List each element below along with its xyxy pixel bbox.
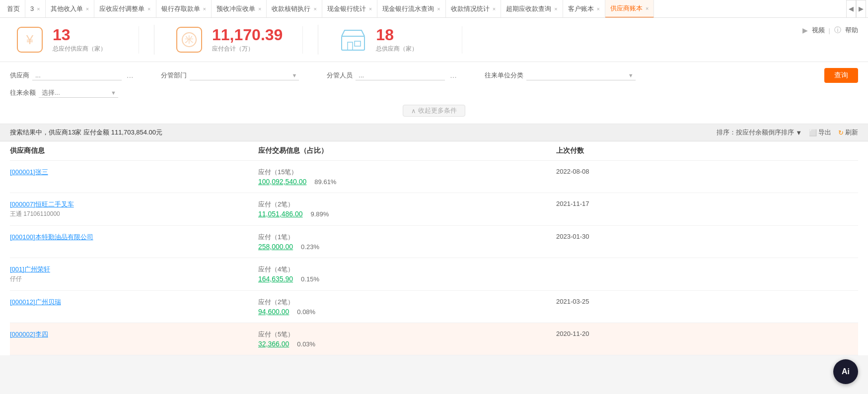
- last-pay-cell: 2021-11-17: [556, 200, 858, 207]
- tx-pct: 0.15%: [301, 275, 319, 283]
- svg-text:¥: ¥: [26, 32, 34, 47]
- nav-tab-3[interactable]: 3 ×: [25, 0, 46, 18]
- supplier-sub: 仔仔: [10, 275, 258, 283]
- tx-pct: 0.03%: [297, 340, 315, 348]
- nav-tab-home[interactable]: 首页: [2, 0, 25, 18]
- table-row: [000007]恒旺二手叉车 王通 17106110000 应付（2笔） 11,…: [10, 193, 858, 226]
- svg-text:米: 米: [185, 35, 194, 45]
- close-icon[interactable]: ×: [37, 6, 40, 12]
- tx-amount[interactable]: 11,051,486.00: [258, 210, 303, 218]
- table-row: [000001]张三 应付（15笔） 100,092,540.00 89.61%…: [10, 161, 858, 193]
- filter-category: 往来单位分类 ▼: [485, 70, 636, 80]
- ap-total-amount: 11,170.39: [212, 27, 283, 43]
- collapse-row: ∧ 收起更多条件: [10, 103, 858, 120]
- close-icon[interactable]: ×: [554, 6, 557, 12]
- supplier-link[interactable]: [000001]张三: [10, 168, 48, 176]
- tx-amount[interactable]: 258,000.00: [258, 243, 293, 251]
- top-right-links: ▶ 视频 | ⓘ 帮助: [802, 26, 858, 35]
- category-select-wrapper: ▼: [526, 70, 636, 80]
- nav-tab-collection-exec[interactable]: 收款核销执行 ×: [267, 0, 322, 18]
- close-icon[interactable]: ×: [493, 6, 496, 12]
- last-pay-cell: 2023-01-30: [556, 233, 858, 240]
- chevron-up-icon: ∧: [411, 107, 416, 115]
- tx-pct: 0.08%: [297, 308, 315, 316]
- video-link[interactable]: 视频: [812, 26, 825, 35]
- export-icon: ⬜: [809, 129, 817, 136]
- ap-supplier-count: 13: [53, 27, 106, 43]
- table-row: [000012]广州贝瑞 应付（2笔） 94,600.00 0.08% 2021…: [10, 291, 858, 323]
- nav-tab-cash-flow-query[interactable]: 现金银行流水查询 ×: [377, 0, 445, 18]
- balance-select[interactable]: [39, 88, 118, 98]
- supplier-input[interactable]: [32, 70, 122, 80]
- nav-prev-arrow[interactable]: ◀: [846, 0, 856, 18]
- tx-amount[interactable]: 164,635.90: [258, 275, 293, 283]
- tx-pct: 9.89%: [311, 210, 329, 218]
- supplier-more-icon[interactable]: ...: [127, 71, 133, 80]
- person-input[interactable]: [356, 70, 445, 80]
- tx-info-cell: 应付（2笔） 11,051,486.00 9.89%: [258, 200, 556, 218]
- supplier-link[interactable]: [001]广州荣轩: [10, 265, 50, 273]
- tx-info-cell: 应付（5笔） 32,366.00 0.03%: [258, 330, 556, 348]
- results-info-text: 搜索结果中，供应商13家 应付金额 111,703,854.00元: [10, 128, 162, 137]
- sort-button[interactable]: 排序：按应付余额倒序排序 ▼: [717, 128, 802, 137]
- query-button[interactable]: 查询: [824, 68, 858, 83]
- nav-tab-ap-adjust[interactable]: 应收应付调整单 ×: [94, 0, 156, 18]
- results-actions: 排序：按应付余额倒序排序 ▼ ⬜ 导出 ↻ 刷新: [717, 128, 858, 137]
- supplier-info-cell: [000100]本特勤油品有限公司: [10, 233, 258, 242]
- col-header-lastpay: 上次付数: [556, 146, 858, 155]
- tx-info-cell: 应付（4笔） 164,635.90 0.15%: [258, 265, 556, 283]
- close-icon[interactable]: ×: [313, 6, 316, 12]
- summary-bar: ¥ 13 总应付供应商（家） 米 11,170.39 应付合计（万）: [0, 18, 868, 62]
- nav-tab-collection-stat[interactable]: 收款情况统计 ×: [446, 0, 501, 18]
- nav-tab-customer-ledger[interactable]: 客户账本 ×: [563, 0, 605, 18]
- close-icon[interactable]: ×: [258, 6, 261, 12]
- person-more-icon[interactable]: ...: [450, 71, 456, 80]
- svg-rect-5: [342, 36, 364, 50]
- nav-scroll-arrows: ◀ ▶: [846, 0, 866, 18]
- table-row: [000002]李四 应付（5笔） 32,366.00 0.03% 2020-1…: [10, 323, 858, 355]
- close-icon[interactable]: ×: [369, 6, 372, 12]
- filter-person: 分管人员 ...: [327, 70, 456, 80]
- svg-rect-7: [355, 41, 361, 46]
- nav-next-arrow[interactable]: ▶: [856, 0, 866, 18]
- supplier-table: 供应商信息 应付交易信息（占比） 上次付数 [000001]张三 应付（15笔）…: [0, 141, 868, 355]
- svg-rect-6: [348, 42, 353, 50]
- last-pay-cell: 2022-08-08: [556, 168, 858, 175]
- export-button[interactable]: ⬜ 导出: [809, 128, 831, 137]
- supplier-link[interactable]: [000012]广州贝瑞: [10, 298, 61, 306]
- balance-filter-label: 往来余额: [10, 88, 36, 97]
- close-icon[interactable]: ×: [597, 6, 600, 12]
- nav-tab-overdue-query[interactable]: 超期应收款查询 ×: [501, 0, 563, 18]
- tx-amount[interactable]: 32,366.00: [258, 340, 289, 348]
- close-icon[interactable]: ×: [203, 6, 206, 12]
- close-icon[interactable]: ×: [437, 6, 440, 12]
- ap-total-icon: 米: [174, 26, 204, 54]
- filter-balance: 往来余额 ▼: [10, 88, 118, 98]
- refresh-button[interactable]: ↻ 刷新: [838, 128, 858, 137]
- close-icon[interactable]: ×: [147, 6, 150, 12]
- supplier-link[interactable]: [000100]本特勤油品有限公司: [10, 233, 93, 241]
- nav-tab-advance-collect[interactable]: 预收冲应收单 ×: [212, 0, 267, 18]
- supplier-sub: 王通 17106110000: [10, 210, 258, 218]
- nav-tab-cash-bank-stat[interactable]: 现金银行统计 ×: [322, 0, 377, 18]
- nav-tab-bank-deposit[interactable]: 银行存取款单 ×: [156, 0, 212, 18]
- tx-amount[interactable]: 94,600.00: [258, 308, 289, 316]
- filter-bar: 供应商 ... 分管部门 ▼ 分管人员 ... 往来单位分类 ▼ 查询 往来: [0, 62, 868, 124]
- close-icon[interactable]: ×: [646, 5, 649, 11]
- dept-select[interactable]: [190, 70, 299, 80]
- supplier-info-cell: [001]广州荣轩 仔仔: [10, 265, 258, 283]
- category-select[interactable]: [526, 70, 636, 80]
- close-icon[interactable]: ×: [86, 6, 89, 12]
- filter-row-2: 往来余额 ▼: [10, 88, 858, 98]
- tx-pct: 0.23%: [301, 243, 319, 251]
- total-supplier-count: 18: [376, 27, 418, 43]
- supplier-link[interactable]: [000007]恒旺二手叉车: [10, 200, 74, 208]
- nav-tab-other-income[interactable]: 其他收入单 ×: [46, 0, 94, 18]
- help-link[interactable]: 帮助: [845, 26, 858, 35]
- supplier-info-cell: [000002]李四: [10, 330, 258, 339]
- nav-tab-supplier-ledger[interactable]: 供应商账本 ×: [605, 0, 654, 18]
- supplier-link[interactable]: [000002]李四: [10, 330, 48, 338]
- table-row: [000100]本特勤油品有限公司 应付（1笔） 258,000.00 0.23…: [10, 226, 858, 258]
- collapse-button[interactable]: ∧ 收起更多条件: [403, 105, 465, 117]
- tx-amount[interactable]: 100,092,540.00: [258, 178, 306, 186]
